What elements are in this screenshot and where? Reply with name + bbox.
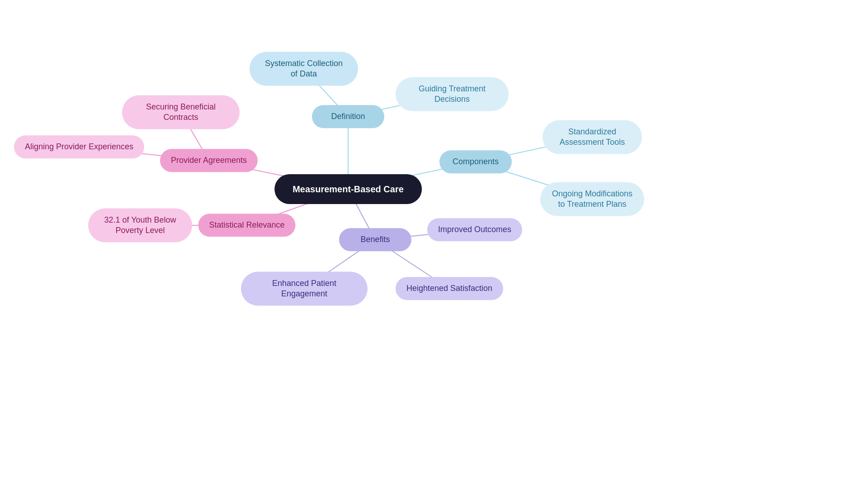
node-systematic: Systematic Collection of Data (250, 52, 358, 86)
node-aligning: Aligning Provider Experiences (14, 135, 144, 158)
node-statistical: Statistical Relevance (198, 214, 295, 237)
node-poverty: 32.1 of Youth Below Poverty Level (88, 209, 192, 243)
node-securing: Securing Beneficial Contracts (122, 95, 240, 129)
node-provider: Provider Agreements (160, 149, 258, 172)
node-benefits: Benefits (339, 228, 411, 251)
node-enhanced: Enhanced Patient Engagement (241, 272, 368, 306)
connections-svg (0, 0, 868, 490)
node-ongoing: Ongoing Modifications to Treatment Plans (540, 182, 644, 216)
node-center: Measurement-Based Care (274, 174, 422, 204)
node-improved: Improved Outcomes (427, 218, 522, 241)
mind-map: Measurement-Based CareDefinitionSystemat… (0, 0, 868, 490)
node-guiding: Guiding Treatment Decisions (396, 77, 509, 111)
node-components: Components (439, 150, 512, 173)
node-definition: Definition (312, 105, 384, 128)
node-heightened: Heightened Satisfaction (396, 277, 503, 300)
node-standardized: Standardized Assessment Tools (542, 120, 642, 154)
